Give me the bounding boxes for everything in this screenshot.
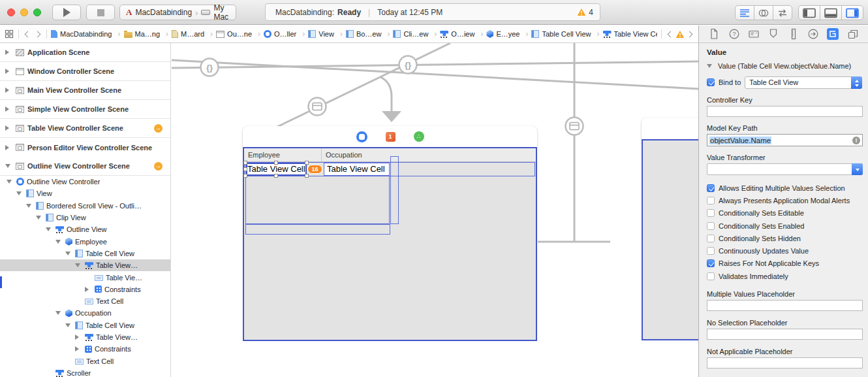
disclosure-wrap[interactable] — [26, 204, 33, 208]
bind-to-popup[interactable]: Table Cell View — [745, 76, 862, 89]
tree-row[interactable]: Clip View — [0, 212, 171, 223]
disclosure-wrap[interactable] — [5, 145, 12, 150]
scene-row[interactable]: Outline View Controller Scene — [0, 157, 170, 176]
disclosure-wrap[interactable] — [5, 50, 12, 55]
breadcrumb-item[interactable]: Cli…ew — [393, 29, 440, 39]
issue-warning-icon[interactable] — [675, 30, 685, 39]
tree-row[interactable]: Table Cell View — [0, 248, 171, 259]
zoom-window-button[interactable] — [33, 8, 41, 16]
assistant-editor-button[interactable] — [754, 5, 773, 20]
disclosure-wrap[interactable] — [707, 64, 714, 68]
disclosure-wrap[interactable] — [75, 346, 82, 352]
navigator-panel-button[interactable] — [798, 5, 820, 20]
disclosure-wrap[interactable] — [5, 69, 12, 74]
go-back-button[interactable] — [25, 31, 31, 37]
scene-row[interactable]: Person Editor View Controller Scene — [0, 138, 170, 157]
tree-row[interactable]: Table View… — [0, 331, 171, 343]
breadcrumb-item[interactable]: O…ller — [264, 29, 308, 39]
exit-icon[interactable] — [414, 131, 424, 142]
bind-to-checkbox[interactable] — [707, 78, 715, 86]
breadcrumb-item[interactable]: Ma…ng — [124, 29, 172, 39]
scene-row[interactable]: Window Controller Scene — [0, 62, 170, 81]
option-checkbox[interactable] — [707, 184, 715, 192]
option-checkbox[interactable] — [707, 209, 715, 217]
resize-handle[interactable] — [274, 161, 278, 165]
go-forward-button[interactable] — [35, 31, 41, 37]
minimize-window-button[interactable] — [20, 8, 28, 16]
disclosure-wrap[interactable] — [55, 311, 63, 315]
scene-row[interactable]: Application Scene — [0, 43, 170, 62]
breadcrumb-item[interactable]: Table Cell View — [531, 29, 602, 39]
disclosure-wrap[interactable] — [75, 335, 82, 340]
resize-handle[interactable] — [274, 174, 278, 178]
previous-issue-button[interactable] — [668, 31, 674, 37]
tree-row[interactable]: View — [0, 188, 171, 199]
tree-row[interactable]: Constraints — [0, 343, 171, 355]
file-inspector-tab[interactable] — [707, 27, 721, 41]
standard-editor-button[interactable] — [735, 5, 754, 20]
inspector-panel-button[interactable] — [841, 5, 863, 20]
tree-row[interactable]: Scroller — [0, 367, 171, 377]
breadcrumb-item[interactable]: M…ard — [172, 29, 216, 39]
scene-row[interactable]: Table View Controller Scene — [0, 119, 170, 138]
option-checkbox[interactable] — [707, 222, 715, 230]
scene-row[interactable]: Simple View Controller Scene — [0, 100, 170, 119]
controller-key-field[interactable] — [707, 106, 863, 117]
tree-row[interactable]: Table View… — [0, 259, 171, 271]
disclosure-wrap[interactable] — [46, 370, 53, 376]
quick-help-tab[interactable]: ? — [728, 27, 741, 41]
binding-summary-row[interactable]: Value (Table Cell View.objectValue.Name) — [707, 61, 863, 71]
connections-inspector-tab[interactable] — [807, 27, 820, 41]
disclosure-wrap[interactable] — [65, 323, 72, 327]
identity-inspector-tab[interactable] — [747, 27, 760, 41]
table-view-cell[interactable]: Table View Cell — [324, 163, 390, 176]
outline-view-editor[interactable]: Employee Occupation Table View Cell 16 T… — [243, 147, 537, 341]
disclosure-wrap[interactable] — [65, 252, 72, 255]
tree-row[interactable]: Table Cell View — [0, 320, 171, 331]
breadcrumb-item[interactable]: MacDatabinding — [51, 29, 124, 39]
option-checkbox[interactable] — [707, 272, 715, 280]
adjacent-scene-view[interactable] — [642, 139, 698, 340]
disclosure-wrap[interactable] — [36, 216, 43, 220]
option-checkbox[interactable] — [707, 247, 715, 255]
resize-handle[interactable] — [243, 161, 247, 165]
disclosure-wrap[interactable] — [46, 227, 53, 231]
tree-row[interactable]: Constraints — [0, 284, 171, 295]
tree-row[interactable]: Text Cell — [0, 295, 171, 307]
tree-row[interactable]: Table Vie… — [0, 271, 171, 283]
stop-button[interactable] — [86, 5, 115, 20]
close-window-button[interactable] — [7, 8, 15, 16]
disclosure-wrap[interactable] — [65, 359, 72, 364]
option-checkbox[interactable] — [707, 259, 715, 267]
breadcrumb-item[interactable]: E…yee — [486, 29, 531, 39]
placeholder-field[interactable] — [707, 357, 863, 369]
breadcrumb-item[interactable]: View — [308, 29, 346, 39]
related-items-button[interactable] — [4, 29, 14, 39]
issues-summary[interactable]: 4 — [577, 8, 593, 17]
tree-row[interactable]: Occupation — [0, 307, 171, 319]
view-controller-icon[interactable] — [356, 131, 367, 142]
tree-row[interactable]: Text Cell — [0, 355, 171, 367]
disclosure-wrap[interactable] — [75, 263, 82, 267]
breadcrumb-item[interactable]: Table View Cell — [603, 30, 658, 38]
debug-panel-button[interactable] — [820, 5, 842, 20]
interface-builder-canvas[interactable]: {} {} 1 Employee Occupation — [172, 43, 698, 377]
breadcrumb-item[interactable]: O…iew — [440, 29, 486, 39]
disclosure-wrap[interactable] — [5, 88, 12, 93]
disclosure-wrap[interactable] — [75, 299, 82, 304]
scheme-selector[interactable]: A MacDatabinding My Mac — [119, 5, 236, 20]
bindings-inspector-tab-active[interactable] — [826, 27, 839, 41]
disclosure-wrap[interactable] — [85, 287, 92, 292]
scene-row[interactable]: Main View Controller Scene — [0, 81, 170, 100]
next-issue-button[interactable] — [687, 31, 693, 37]
column-header-occupation[interactable]: Occupation — [322, 148, 536, 161]
disclosure-wrap[interactable] — [55, 240, 63, 244]
option-checkbox[interactable] — [707, 197, 715, 205]
value-transformer-combo[interactable] — [707, 163, 863, 175]
version-editor-button[interactable] — [773, 5, 792, 20]
resize-handle[interactable] — [243, 174, 247, 178]
placeholder-field[interactable] — [707, 329, 863, 340]
disclosure-wrap[interactable] — [5, 107, 12, 112]
resize-handle[interactable] — [305, 161, 309, 165]
tree-row[interactable]: Outline View Controller — [0, 176, 171, 188]
